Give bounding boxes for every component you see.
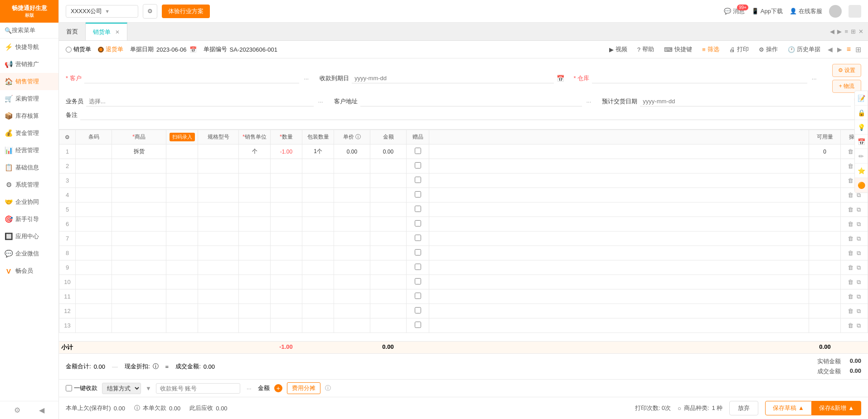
row-gift-2[interactable] bbox=[407, 159, 429, 173]
row-copy-9[interactable]: ⧉ bbox=[857, 264, 861, 271]
row-barcode-7[interactable] bbox=[76, 231, 112, 246]
row-price-3[interactable] bbox=[334, 173, 370, 188]
row-gift-9[interactable] bbox=[407, 260, 429, 275]
row-copy-7[interactable]: ⧉ bbox=[857, 235, 861, 242]
tab-close-icon[interactable]: ✕ bbox=[115, 29, 120, 35]
row-spec-4[interactable] bbox=[198, 188, 239, 202]
expense-info-icon[interactable]: ⓘ bbox=[325, 384, 331, 392]
sidebar-item-operations[interactable]: 📊 经营管理 bbox=[0, 142, 58, 159]
row-barcode-10[interactable] bbox=[76, 275, 112, 289]
row-spec-3[interactable] bbox=[198, 173, 239, 188]
radio-return-input[interactable] bbox=[98, 47, 104, 53]
row-unit-10[interactable] bbox=[239, 275, 271, 289]
gift-checkbox-9[interactable] bbox=[415, 264, 421, 270]
shortcut-btn[interactable]: ⌨ 快捷键 bbox=[661, 44, 695, 54]
row-pkgqty-12[interactable] bbox=[302, 304, 334, 318]
row-unit-6[interactable] bbox=[239, 217, 271, 231]
header-settings-btn[interactable]: ⚙ bbox=[143, 4, 157, 19]
row-barcode-12[interactable] bbox=[76, 304, 112, 318]
video-btn[interactable]: ▶ 视频 bbox=[606, 44, 630, 54]
row-amount-4[interactable] bbox=[370, 188, 407, 202]
row-product-12[interactable] bbox=[112, 304, 166, 318]
row-product-5[interactable] bbox=[112, 202, 166, 217]
tab-view-grid[interactable]: ⊞ bbox=[851, 28, 856, 35]
row-delete-1[interactable]: 🗑 bbox=[848, 148, 853, 155]
row-barcode-9[interactable] bbox=[76, 260, 112, 275]
user-menu-btn[interactable] bbox=[849, 5, 861, 18]
row-barcode-11[interactable] bbox=[76, 289, 112, 304]
customer-addr-input[interactable] bbox=[360, 96, 582, 106]
payment-due-calendar-icon[interactable]: 📅 bbox=[557, 75, 564, 82]
print-btn[interactable]: 🖨 打印 bbox=[727, 44, 752, 54]
row-spec-10[interactable] bbox=[198, 275, 239, 289]
tab-nav-next[interactable]: ▶ bbox=[837, 28, 842, 35]
row-copy-6[interactable]: ⧉ bbox=[857, 221, 861, 227]
row-barcode-13[interactable] bbox=[76, 318, 112, 333]
row-barcode-5[interactable] bbox=[76, 202, 112, 217]
row-amount-5[interactable] bbox=[370, 202, 407, 217]
sidebar-item-quick-nav[interactable]: ⚡ 快捷导航 bbox=[0, 39, 58, 56]
payment-due-input[interactable] bbox=[352, 73, 554, 83]
gift-checkbox-11[interactable] bbox=[415, 293, 421, 299]
sidebar-item-sales-mgmt[interactable]: 🏠 销售管理 bbox=[0, 73, 58, 90]
radio-sales-input[interactable] bbox=[66, 47, 72, 53]
sidebar-item-enterprise[interactable]: 🤝 企业协同 bbox=[0, 193, 58, 211]
expense-split-btn[interactable]: 费用分摊 bbox=[287, 382, 320, 394]
row-price-5[interactable] bbox=[334, 202, 370, 217]
row-pkgqty-5[interactable] bbox=[302, 202, 334, 217]
row-amount-8[interactable] bbox=[370, 246, 407, 260]
salesperson-dots[interactable]: ··· bbox=[316, 98, 325, 105]
row-delete-3[interactable]: 🗑 bbox=[848, 177, 853, 184]
sidebar-item-finance[interactable]: 💰 资金管理 bbox=[0, 125, 58, 142]
payment-account-input[interactable] bbox=[156, 383, 240, 394]
row-price-2[interactable] bbox=[334, 159, 370, 173]
gift-checkbox-10[interactable] bbox=[415, 278, 421, 284]
row-qty-10[interactable] bbox=[271, 275, 302, 289]
tab-nav-prev[interactable]: ◀ bbox=[830, 28, 834, 35]
row-copy-8[interactable]: ⧉ bbox=[857, 250, 861, 256]
row-spec-1[interactable] bbox=[198, 144, 239, 159]
warehouse-dots[interactable]: ··· bbox=[810, 75, 819, 82]
gift-checkbox-1[interactable] bbox=[415, 148, 421, 154]
row-qty-5[interactable] bbox=[271, 202, 302, 217]
gift-checkbox-4[interactable] bbox=[415, 191, 421, 197]
product-type-radio-icon[interactable]: ○ bbox=[678, 405, 681, 412]
row-delete-10[interactable]: 🗑 bbox=[848, 279, 853, 285]
sidebar-item-basics[interactable]: 📋 基础信息 bbox=[0, 159, 58, 176]
save-draft-btn[interactable]: 保存草稿 ▲ bbox=[765, 401, 812, 415]
history-btn[interactable]: 🕐 历史单据 bbox=[785, 44, 823, 54]
row-delete-13[interactable]: 🗑 bbox=[848, 322, 853, 329]
row-delete-11[interactable]: 🗑 bbox=[848, 293, 853, 300]
row-product-1[interactable]: 拆货 bbox=[112, 144, 166, 159]
company-select[interactable]: XXXXX公司 ▼ bbox=[66, 5, 138, 18]
row-amount-2[interactable] bbox=[370, 159, 407, 173]
row-pkgqty-7[interactable] bbox=[302, 231, 334, 246]
online-service-btn[interactable]: 👤 在线客服 bbox=[790, 7, 822, 15]
row-unit-4[interactable] bbox=[239, 188, 271, 202]
row-product-7[interactable] bbox=[112, 231, 166, 246]
trial-btn[interactable]: 体验行业方案 bbox=[162, 5, 210, 18]
save-new-btn[interactable]: 保存&新增 ▲ bbox=[812, 401, 861, 415]
row-spec-6[interactable] bbox=[198, 217, 239, 231]
row-barcode-8[interactable] bbox=[76, 246, 112, 260]
row-delete-4[interactable]: 🗑 bbox=[848, 192, 853, 198]
row-unit-12[interactable] bbox=[239, 304, 271, 318]
row-spec-13[interactable] bbox=[198, 318, 239, 333]
app-download-btn[interactable]: 📱 App下载 bbox=[752, 7, 783, 15]
row-spec-9[interactable] bbox=[198, 260, 239, 275]
calendar-icon[interactable]: 📅 bbox=[189, 46, 197, 53]
row-pkgqty-13[interactable] bbox=[302, 318, 334, 333]
tab-home[interactable]: 首页 bbox=[59, 23, 86, 40]
row-qty-6[interactable] bbox=[271, 217, 302, 231]
row-spec-8[interactable] bbox=[198, 246, 239, 260]
row-unit-3[interactable] bbox=[239, 173, 271, 188]
row-price-13[interactable] bbox=[334, 318, 370, 333]
sidebar-item-guide[interactable]: 🎯 新手引导 bbox=[0, 211, 58, 228]
one-click-checkbox[interactable] bbox=[66, 385, 72, 391]
warehouse-input[interactable]: 建材仓 bbox=[592, 73, 807, 83]
sidebar-item-app-center[interactable]: 🔲 应用中心 bbox=[0, 228, 58, 245]
row-spec-7[interactable] bbox=[198, 231, 239, 246]
gift-checkbox-2[interactable] bbox=[415, 162, 421, 169]
row-delete-5[interactable]: 🗑 bbox=[848, 206, 853, 213]
help-btn[interactable]: ? 帮助 bbox=[635, 44, 657, 54]
